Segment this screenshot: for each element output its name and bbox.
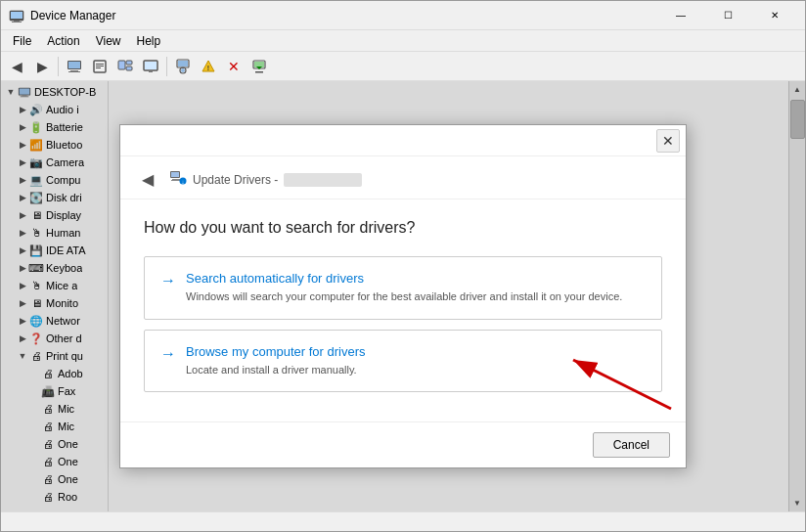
svg-rect-2 (14, 21, 20, 22)
menu-action[interactable]: Action (39, 32, 87, 50)
browse-computer-option[interactable]: → Browse my computer for drivers Locate … (144, 330, 662, 392)
dialog-footer: Cancel (120, 421, 686, 467)
dialog-device-name (284, 173, 362, 187)
dialog-question: How do you want to search for drivers? (144, 219, 662, 237)
minimize-button[interactable]: — (658, 1, 703, 30)
forward-button[interactable]: ▶ (30, 55, 54, 78)
toolbar-network[interactable] (171, 55, 195, 78)
annotation-arrow (554, 340, 681, 419)
driver-update-icon: ↓ (169, 168, 187, 191)
back-button[interactable]: ◀ (5, 55, 28, 78)
svg-text:↓: ↓ (182, 179, 185, 185)
menu-view[interactable]: View (88, 32, 129, 50)
svg-rect-37 (172, 179, 180, 180)
svg-rect-11 (96, 67, 101, 68)
toolbar-warning[interactable]: ! (197, 55, 220, 78)
toolbar-scan[interactable] (113, 55, 137, 78)
svg-text:!: ! (207, 64, 209, 70)
svg-rect-10 (96, 66, 104, 66)
update-drivers-dialog: ✕ ◀ (119, 124, 687, 468)
title-bar: Device Manager — ☐ ✕ (1, 1, 805, 30)
toolbar-remove[interactable]: ✕ (222, 55, 246, 78)
dialog-back-button[interactable]: ◀ (136, 168, 159, 191)
dialog-header-label: Update Drivers - (193, 173, 278, 187)
svg-rect-13 (126, 61, 132, 65)
main-area: ▼ DESKTOP-B ▶ 🔊 Audio i (1, 81, 805, 511)
option1-desc: Windows will search your computer for th… (186, 289, 622, 304)
svg-rect-6 (70, 70, 78, 71)
dialog-header-content: ↓ Update Drivers - (169, 168, 362, 191)
svg-rect-30 (255, 71, 263, 73)
option2-desc: Locate and install a driver manually. (186, 363, 366, 377)
toolbar: ◀ ▶ (1, 52, 805, 81)
option2-title: Browse my computer for drivers (186, 344, 366, 359)
svg-line-42 (573, 360, 671, 409)
toolbar-display[interactable] (139, 55, 162, 78)
search-automatically-option[interactable]: → Search automatically for drivers Windo… (144, 256, 662, 319)
svg-rect-38 (171, 180, 181, 181)
main-window: Device Manager — ☐ ✕ File Action View He… (0, 0, 806, 532)
svg-rect-22 (178, 61, 188, 66)
toolbar-install[interactable] (247, 55, 271, 78)
dialog-body: How do you want to search for drivers? →… (120, 200, 686, 421)
svg-rect-5 (68, 62, 80, 68)
menu-help[interactable]: Help (129, 32, 169, 50)
option2-arrow-icon: → (160, 345, 176, 363)
svg-point-23 (181, 68, 185, 72)
status-bar (1, 511, 805, 531)
svg-rect-12 (118, 61, 125, 69)
dialog-overlay: ✕ ◀ (1, 81, 805, 511)
dialog-title-bar: ✕ (120, 125, 686, 156)
svg-rect-14 (126, 66, 132, 70)
toolbar-device-manager[interactable] (63, 55, 86, 78)
window-icon (9, 8, 24, 23)
dialog-close-button[interactable]: ✕ (656, 129, 680, 153)
option1-arrow-icon: → (160, 272, 176, 289)
window-controls: — ☐ ✕ (658, 1, 797, 30)
close-button[interactable]: ✕ (752, 1, 797, 30)
toolbar-separator (58, 57, 59, 76)
svg-rect-3 (12, 22, 22, 22)
menu-bar: File Action View Help (1, 30, 805, 52)
svg-rect-36 (171, 172, 179, 177)
option2-text: Browse my computer for drivers Locate an… (186, 344, 366, 377)
cancel-button[interactable]: Cancel (593, 432, 670, 458)
svg-rect-16 (145, 62, 157, 69)
option1-text: Search automatically for drivers Windows… (186, 271, 622, 304)
window-title: Device Manager (30, 9, 658, 22)
svg-rect-1 (11, 12, 22, 19)
svg-rect-17 (149, 70, 153, 72)
option1-title: Search automatically for drivers (186, 271, 622, 286)
menu-file[interactable]: File (5, 32, 39, 50)
maximize-button[interactable]: ☐ (705, 1, 750, 30)
svg-rect-7 (68, 71, 80, 72)
dialog-header: ◀ ↓ (120, 156, 686, 200)
toolbar-properties[interactable] (88, 55, 112, 78)
toolbar-separator-2 (166, 57, 167, 76)
dialog-header-nav: ↓ Update Drivers - (169, 168, 362, 191)
svg-rect-9 (96, 64, 104, 65)
